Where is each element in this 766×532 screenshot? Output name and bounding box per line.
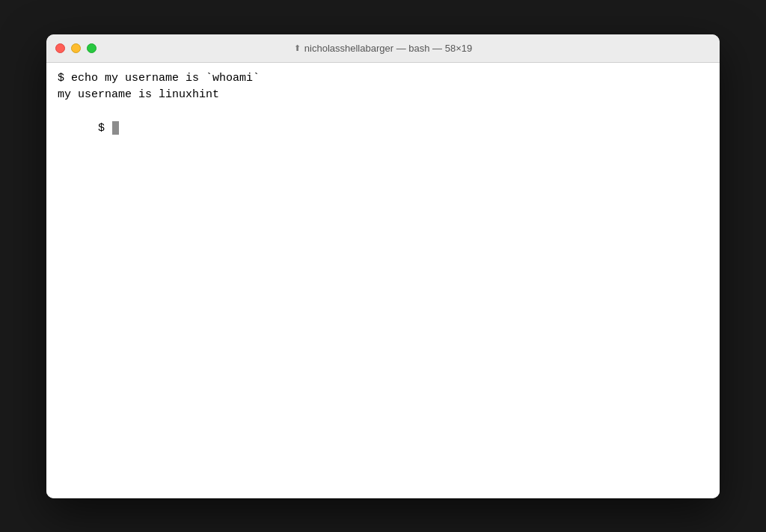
terminal-cursor: [112, 121, 119, 135]
terminal-window: ⬆ nicholasshellabarger — bash — 58×19 $ …: [46, 34, 720, 498]
title-text: nicholasshellabarger — bash — 58×19: [304, 43, 472, 54]
terminal-line-3: $: [58, 104, 708, 155]
terminal-icon: ⬆: [294, 43, 301, 53]
terminal-prompt: $: [98, 122, 111, 135]
terminal-line-1: $ echo my username is `whoami`: [58, 70, 708, 88]
minimize-button[interactable]: [71, 43, 81, 53]
terminal-body[interactable]: $ echo my username is `whoami` my userna…: [46, 63, 720, 498]
traffic-lights: [55, 43, 96, 53]
window-title: ⬆ nicholasshellabarger — bash — 58×19: [294, 43, 472, 54]
titlebar: ⬆ nicholasshellabarger — bash — 58×19: [46, 34, 720, 63]
terminal-line-2: my username is linuxhint: [58, 87, 708, 104]
close-button[interactable]: [55, 43, 65, 53]
maximize-button[interactable]: [87, 43, 96, 53]
